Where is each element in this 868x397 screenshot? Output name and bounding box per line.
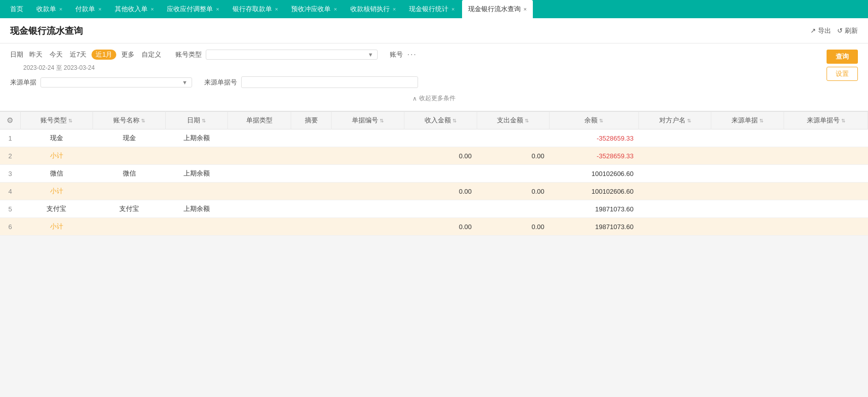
- top-nav: 首页 收款单 × 付款单 × 其他收入单 × 应收应付调整单 × 银行存取款单 …: [0, 0, 868, 18]
- cell-account-name: [93, 147, 166, 165]
- account-type-chevron: ▼: [368, 52, 374, 58]
- cell-source-doc: [711, 218, 784, 236]
- nav-tab-payment-close[interactable]: ×: [98, 6, 101, 12]
- nav-tab-ar-adjust-close[interactable]: ×: [216, 6, 219, 12]
- th-source-doc[interactable]: 来源单据 ⇅: [711, 112, 784, 129]
- cell-doc-type: [227, 218, 291, 236]
- cell-summary: [291, 218, 331, 236]
- source-doc-num-label: 来源单据号: [204, 78, 237, 87]
- account-label: 账号: [390, 50, 403, 59]
- table-row: 2小计0.000.00-3528659.33: [0, 147, 868, 165]
- export-button[interactable]: ↗ 导出: [810, 26, 831, 35]
- nav-tab-receipt[interactable]: 收款单 ×: [30, 0, 68, 18]
- nav-tab-other-income-close[interactable]: ×: [151, 6, 154, 12]
- date-opt-more[interactable]: 更多: [119, 50, 136, 60]
- nav-tab-bank-deposit-label: 银行存取款单: [233, 5, 272, 14]
- refresh-button[interactable]: ↺ 刷新: [837, 26, 858, 35]
- cell-summary: [291, 200, 331, 218]
- cell-summary: [291, 129, 331, 147]
- th-counterparty[interactable]: 对方户名 ⇅: [638, 112, 711, 129]
- date-opt-custom[interactable]: 自定义: [140, 50, 163, 60]
- cell-income: 0.00: [404, 183, 477, 200]
- cell-counterparty: [638, 165, 711, 183]
- th-doc-num[interactable]: 单据编号 ⇅: [332, 112, 404, 129]
- cell-account-name: [93, 218, 166, 236]
- cell-doc-num: [332, 218, 404, 236]
- cell-row-num: 3: [0, 165, 20, 183]
- account-type-select[interactable]: ▼: [206, 50, 378, 60]
- cell-balance: 100102606.60: [550, 165, 638, 183]
- nav-tab-cash-bank-flow-close[interactable]: ×: [524, 6, 527, 12]
- refresh-label: 刷新: [845, 26, 858, 35]
- sort-balance-icon: ⇅: [599, 118, 603, 123]
- th-summary: 摘要: [291, 112, 331, 129]
- table-row: 5支付宝支付宝上期余额19871073.60: [0, 200, 868, 218]
- nav-tab-advance-offset[interactable]: 预收冲应收单 ×: [285, 0, 343, 18]
- th-account-type[interactable]: 账号类型 ⇅: [20, 112, 93, 129]
- nav-tab-advance-offset-close[interactable]: ×: [334, 6, 337, 12]
- cell-balance: -3528659.33: [550, 147, 638, 165]
- cell-source-doc-num: [784, 129, 868, 147]
- th-source-doc-num[interactable]: 来源单据号 ⇅: [784, 112, 868, 129]
- cell-summary: [291, 183, 331, 200]
- nav-tab-collection-exec-close[interactable]: ×: [393, 6, 396, 12]
- cell-expense: [477, 165, 550, 183]
- cell-account-name: [93, 183, 166, 200]
- export-icon: ↗: [810, 27, 816, 34]
- sort-doc-num-icon: ⇅: [380, 118, 384, 123]
- data-table: ⚙ 账号类型 ⇅ 账号名称 ⇅ 日期: [0, 111, 868, 236]
- query-button[interactable]: 查询: [827, 50, 858, 64]
- date-opt-today[interactable]: 今天: [48, 50, 65, 60]
- cell-expense: 0.00: [477, 183, 550, 200]
- cell-summary: [291, 147, 331, 165]
- cell-row-num: 2: [0, 147, 20, 165]
- nav-tab-cash-bank-flow[interactable]: 现金银行流水查询 ×: [462, 0, 533, 18]
- gear-icon: ⚙: [7, 116, 13, 124]
- date-opt-7days[interactable]: 近7天: [68, 50, 88, 60]
- th-account-name[interactable]: 账号名称 ⇅: [93, 112, 166, 129]
- table-header-row: ⚙ 账号类型 ⇅ 账号名称 ⇅ 日期: [0, 112, 868, 129]
- nav-tab-bank-deposit[interactable]: 银行存取款单 ×: [226, 0, 284, 18]
- nav-tab-bank-deposit-close[interactable]: ×: [275, 6, 278, 12]
- cell-account-type: 小计: [20, 218, 93, 236]
- nav-tab-payment-label: 付款单: [75, 5, 95, 14]
- sort-date-icon: ⇅: [202, 118, 206, 123]
- nav-tab-receipt-close[interactable]: ×: [59, 6, 62, 12]
- th-date[interactable]: 日期 ⇅: [165, 112, 227, 129]
- filter-actions: 查询 设置: [827, 50, 858, 81]
- nav-tab-payment[interactable]: 付款单 ×: [69, 0, 107, 18]
- nav-tab-home[interactable]: 首页: [4, 0, 29, 18]
- th-balance[interactable]: 余额 ⇅: [550, 112, 638, 129]
- cell-balance: 19871073.60: [550, 200, 638, 218]
- nav-tab-ar-adjust[interactable]: 应收应付调整单 ×: [161, 0, 225, 18]
- th-income[interactable]: 收入金额 ⇅: [404, 112, 477, 129]
- source-doc-select[interactable]: ▼: [40, 77, 192, 87]
- source-doc-num-input[interactable]: [241, 76, 418, 88]
- cell-date: 上期余额: [165, 165, 227, 183]
- cell-row-num: 5: [0, 200, 20, 218]
- export-label: 导出: [818, 26, 831, 35]
- nav-tab-cash-bank-stat-close[interactable]: ×: [451, 6, 454, 12]
- nav-tab-collection-exec[interactable]: 收款核销执行 ×: [344, 0, 402, 18]
- cell-doc-type: [227, 147, 291, 165]
- settings-button[interactable]: 设置: [827, 67, 858, 81]
- cell-balance: -3528659.33: [550, 129, 638, 147]
- cell-account-type: 现金: [20, 129, 93, 147]
- th-expense[interactable]: 支出金额 ⇅: [477, 112, 550, 129]
- cell-balance: 100102606.60: [550, 183, 638, 200]
- cell-income: 0.00: [404, 147, 477, 165]
- account-dots-btn[interactable]: ···: [407, 50, 417, 59]
- th-gear[interactable]: ⚙: [0, 112, 20, 129]
- nav-tab-cash-bank-stat[interactable]: 现金银行统计 ×: [403, 0, 461, 18]
- collapse-bar[interactable]: ∧ 收起更多条件: [10, 92, 858, 105]
- date-filter: 日期 昨天 今天 近7天 近1月 更多 自定义: [10, 50, 163, 60]
- table-row: 1现金现金上期余额-3528659.33: [0, 129, 868, 147]
- date-opt-yesterday[interactable]: 昨天: [27, 50, 44, 60]
- sort-source-doc-num-icon: ⇅: [841, 118, 845, 123]
- nav-tab-other-income[interactable]: 其他收入单 ×: [109, 0, 160, 18]
- cell-doc-type: [227, 129, 291, 147]
- cell-doc-type: [227, 200, 291, 218]
- nav-tab-advance-offset-label: 预收冲应收单: [291, 5, 331, 14]
- cell-counterparty: [638, 147, 711, 165]
- date-opt-1month[interactable]: 近1月: [92, 50, 116, 60]
